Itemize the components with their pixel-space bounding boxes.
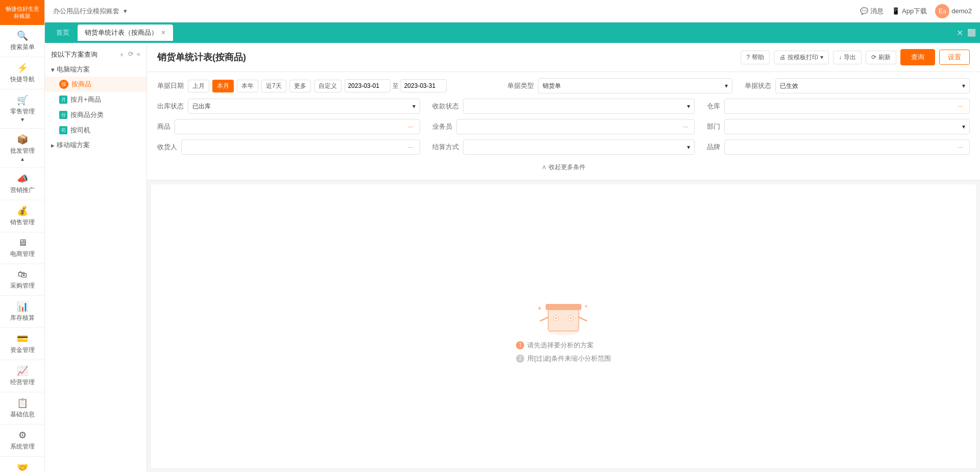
scheme-driver-icon: 司 [59, 126, 67, 134]
close-window-icon[interactable]: ✕ [957, 28, 963, 38]
print-template-btn[interactable]: 🖨 按模板打印 ▾ [774, 51, 829, 64]
chevron-down-pc-icon: ▾ [51, 66, 55, 74]
docstatus-select[interactable]: 已生效 ▾ [775, 78, 970, 93]
sidebar-item-quicknav[interactable]: ⚡ 快捷导航 [0, 57, 44, 89]
avatar: Ea [935, 4, 949, 18]
add-scheme-icon[interactable]: ＋ [118, 50, 125, 59]
empty-tip-1: 1 请先选择要分析的方案 [516, 339, 610, 352]
sidebar-item-basic[interactable]: 📋 基础信息 [0, 392, 44, 424]
sidebar-item-marketing-label: 营销推广 [10, 186, 35, 195]
collapse-panel-icon[interactable]: « [137, 50, 140, 59]
export-btn[interactable]: ↓ 导出 [833, 51, 862, 64]
sales-icon: 💰 [17, 205, 28, 217]
date-btn-more[interactable]: 更多 [289, 80, 311, 92]
ecommerce-icon: 🖥 [18, 238, 27, 248]
operation-icon: 📈 [17, 365, 28, 376]
sidebar-item-ecommerce[interactable]: 🖥 电商管理 [0, 232, 44, 264]
sidebar-item-ecommerce-label: 电商管理 [10, 250, 35, 258]
date-btn-lastmonth[interactable]: 上月 [188, 80, 209, 92]
sidebar-item-retail-label: 零售管理 [10, 107, 35, 116]
sidebar-item-basic-label: 基础信息 [10, 410, 35, 419]
app-download-label: App下载 [902, 7, 927, 16]
maximize-icon[interactable]: ⬜ [967, 29, 976, 37]
tabbar: 首页 销货单统计表（按商品） ✕ ✕ ⬜ [45, 22, 980, 43]
filter-field-date: 单据日期 上月 本月 本年 近7天 更多 自定义 至 [157, 79, 495, 92]
collapse-filters-btn[interactable]: ∧ 收起更多条件 [157, 160, 970, 174]
filter-field-receiver: 收货人 ··· [157, 139, 420, 155]
sidebar-item-retail[interactable]: 🛒 零售管理 ▾ [0, 89, 44, 129]
date-btn-thisyear[interactable]: 本年 [237, 80, 258, 92]
doctype-select[interactable]: 销货单 ▾ [538, 78, 732, 93]
sidebar-item-operation[interactable]: 📈 经营管理 [0, 360, 44, 392]
scheme-category-label: 按商品分类 [70, 110, 104, 120]
empty-tip-1-text: 请先选择要分析的方案 [527, 339, 594, 352]
scheme-item-monthgoods[interactable]: 月 按月+商品 [45, 92, 146, 107]
industry-dropdown-icon[interactable]: ▾ [124, 7, 127, 15]
date-btn-7days[interactable]: 近7天 [261, 80, 286, 92]
receiptstatus-label: 收款状态 [432, 102, 459, 111]
date-btn-thismonth[interactable]: 本月 [212, 80, 234, 92]
query-btn[interactable]: 查询 [900, 49, 935, 65]
outstatus-value: 已出库 [192, 102, 211, 111]
date-end-input[interactable] [401, 79, 447, 92]
user-profile[interactable]: Ea demo2 [935, 4, 972, 18]
settings-btn[interactable]: 设置 [939, 50, 970, 65]
docstatus-label: 单据状态 [745, 81, 771, 90]
refresh-scheme-icon[interactable]: ⟳ [128, 50, 134, 59]
goods-select[interactable]: ··· [175, 119, 420, 134]
sidebar-item-marketing[interactable]: 📣 营销推广 [0, 168, 44, 200]
sidebar-item-operation-label: 经营管理 [10, 378, 35, 387]
refresh-btn[interactable]: ⟳ 刷新 [866, 51, 896, 64]
outstatus-select[interactable]: 已出库 ▾ [188, 99, 420, 114]
industry-label: 办公用品行业模拟账套 [53, 7, 119, 16]
department-select[interactable]: ▾ [724, 119, 970, 134]
receiptstatus-select[interactable]: ▾ [463, 99, 695, 114]
sidebar-item-system[interactable]: ⚙ 系统管理 [0, 424, 44, 457]
help-label: 帮助 [752, 53, 764, 62]
department-dropdown-icon: ▾ [962, 123, 965, 130]
sidebar-item-quicknav-label: 快捷导航 [10, 75, 35, 84]
tab-home[interactable]: 首页 [49, 25, 77, 41]
print-icon: 🖨 [779, 54, 786, 61]
app-download-icon: 📱 [892, 7, 900, 15]
scheme-group-pc-header[interactable]: ▾ 电脑端方案 [45, 62, 146, 77]
filter-field-goods: 商品 ··· [157, 119, 420, 134]
scheme-group-mobile-header[interactable]: ▸ 移动端方案 [45, 138, 146, 152]
receiver-dots: ··· [406, 144, 415, 151]
brand-select[interactable]: ··· [724, 139, 970, 155]
scheme-item-bygoods[interactable]: 按 按商品 [45, 77, 146, 92]
help-btn[interactable]: ? 帮助 [741, 51, 770, 64]
sidebar-item-wholesale[interactable]: 📦 批发管理 ▴ [0, 129, 44, 168]
svg-line-7 [541, 317, 548, 321]
filter-row-3: 商品 ··· 业务员 ··· 部门 [157, 119, 970, 134]
page-title-row: 销货单统计表(按商品) ? 帮助 🖨 按模板打印 ▾ ↓ [157, 49, 970, 65]
sidebar-item-finance[interactable]: 💳 资金管理 [0, 328, 44, 360]
svg-point-6 [570, 317, 572, 319]
message-btn[interactable]: 💬 消息 [860, 7, 884, 16]
payment-select[interactable]: ▾ [463, 139, 695, 155]
scheme-item-driver[interactable]: 司 按司机 [45, 123, 146, 138]
app-download-btn[interactable]: 📱 App下载 [892, 7, 927, 16]
filter-field-receiptstatus: 收款状态 ▾ [432, 99, 695, 114]
sidebar-item-purchase[interactable]: 🛍 采购管理 [0, 264, 44, 296]
warehouse2-select[interactable]: ··· [724, 99, 970, 114]
page-title: 销货单统计表(按商品) [157, 51, 246, 63]
sidebar-item-search[interactable]: 🔍 搜索菜单 [0, 25, 44, 57]
scheme-driver-label: 按司机 [70, 126, 90, 135]
receiver-select[interactable]: ··· [181, 139, 420, 155]
tab-report[interactable]: 销货单统计表（按商品） ✕ [78, 25, 173, 41]
main-content: 销货单统计表(按商品) ? 帮助 🖨 按模板打印 ▾ ↓ [147, 43, 980, 472]
scheme-item-category[interactable]: 分 按商品分类 [45, 107, 146, 123]
date-label: 单据日期 [157, 81, 184, 90]
tab-close-icon[interactable]: ✕ [161, 29, 166, 36]
scheme-group-pc: ▾ 电脑端方案 按 按商品 月 按月+商品 分 按商品分类 司 按司机 [45, 62, 146, 138]
date-start-input[interactable] [345, 79, 390, 92]
filter-panel: 按以下方案查询 ＋ ⟳ « ▾ 电脑端方案 按 按商品 月 [45, 43, 147, 472]
date-btn-custom[interactable]: 自定义 [314, 80, 341, 92]
sidebar-item-enterprise[interactable]: 🤝 企业协同 [0, 457, 44, 472]
svg-line-8 [579, 317, 586, 321]
salesperson-select[interactable]: ··· [456, 119, 695, 134]
payment-dropdown-icon: ▾ [687, 144, 690, 151]
sidebar-item-inventory[interactable]: 📊 库存核算 [0, 296, 44, 328]
sidebar-item-sales[interactable]: 💰 销售管理 [0, 200, 44, 232]
